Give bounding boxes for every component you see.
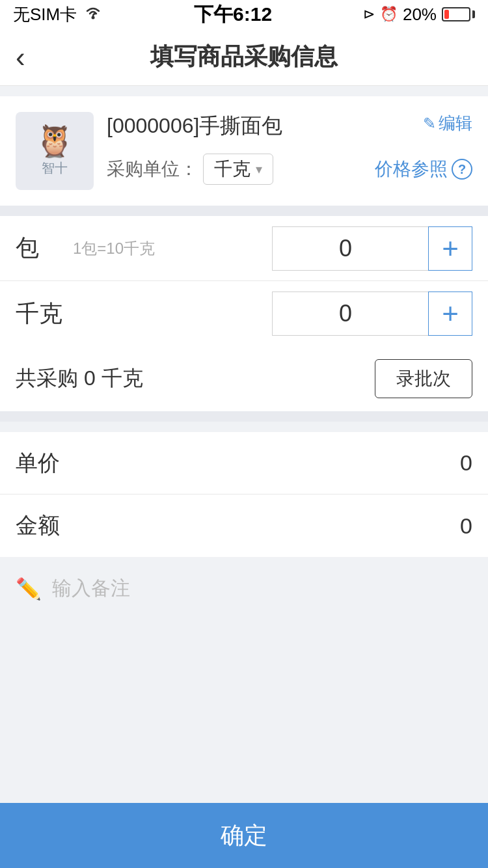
product-unit-row: 采购单位： 千克 ▾ 价格参照 ? — [107, 154, 472, 185]
bottom-spacer — [0, 620, 488, 815]
help-icon: ? — [452, 159, 472, 180]
price-section: 单价 0 金额 0 — [0, 432, 488, 557]
bao-quantity-input[interactable] — [272, 226, 428, 271]
total-row: 共采购 0 千克 录批次 — [0, 346, 488, 411]
edit-button[interactable]: ✎ 编辑 — [423, 112, 472, 135]
status-bar: 无SIM卡 下午6:12 ⊳ ⏰ 20% — [0, 0, 488, 29]
kg-controls: + — [272, 292, 472, 336]
carrier-label: 无SIM卡 — [13, 3, 77, 26]
unit-price-row: 单价 0 — [0, 432, 488, 495]
product-header: [0000006]手撕面包 ✎ 编辑 — [107, 112, 472, 141]
battery-percent: 20% — [403, 5, 437, 25]
product-logo: 🦉 智十 — [29, 131, 81, 170]
product-card: 🦉 智十 [0000006]手撕面包 ✎ 编辑 采购单位： 千克 ▾ 价格参照 … — [0, 96, 488, 206]
kg-quantity-input[interactable] — [272, 292, 428, 336]
alarm-icon: ⏰ — [380, 6, 398, 23]
svg-point-0 — [92, 16, 95, 19]
unit-label: 采购单位： — [107, 157, 198, 182]
kg-input-row: 千克 + — [0, 281, 488, 346]
unit-group: 采购单位： 千克 ▾ — [107, 154, 273, 185]
wifi-icon — [83, 5, 103, 25]
product-image: 🦉 智十 — [16, 112, 94, 190]
pencil-icon: ✏️ — [16, 576, 42, 601]
bao-controls: + — [272, 226, 472, 271]
edit-icon: ✎ — [423, 115, 436, 133]
note-section[interactable]: ✏️ 输入备注 — [0, 557, 488, 620]
location-icon: ⊳ — [363, 6, 375, 23]
price-ref-label: 价格参照 — [375, 157, 448, 182]
unit-price-value: 0 — [460, 450, 472, 476]
price-ref-button[interactable]: 价格参照 ? — [375, 157, 472, 182]
bao-label: 包 — [16, 232, 68, 264]
bao-input-row: 包 1包=10千克 + — [0, 216, 488, 281]
dropdown-arrow-icon: ▾ — [256, 161, 262, 177]
product-info: [0000006]手撕面包 ✎ 编辑 采购单位： 千克 ▾ 价格参照 ? — [107, 112, 472, 185]
amount-row: 金额 0 — [0, 495, 488, 557]
unit-price-label: 单价 — [16, 448, 60, 478]
unit-selector[interactable]: 千克 ▾ — [203, 154, 273, 185]
total-label: 共采购 0 千克 — [16, 364, 143, 393]
batch-button[interactable]: 录批次 — [375, 359, 472, 398]
kg-label: 千克 — [16, 298, 68, 330]
status-time: 下午6:12 — [194, 1, 272, 28]
amount-value: 0 — [460, 513, 472, 539]
status-right: ⊳ ⏰ 20% — [363, 5, 475, 25]
back-button[interactable]: ‹ — [16, 43, 25, 72]
note-placeholder: 输入备注 — [52, 575, 130, 602]
status-left: 无SIM卡 — [13, 3, 103, 26]
logo-text: 智十 — [42, 159, 68, 177]
unit-value: 千克 — [214, 157, 251, 182]
kg-increment-button[interactable]: + — [428, 292, 472, 336]
bao-sublabel: 1包=10千克 — [73, 238, 272, 259]
edit-label: 编辑 — [439, 112, 472, 135]
confirm-button[interactable]: 确定 — [0, 803, 488, 868]
section-divider-2 — [0, 411, 488, 422]
nav-bar: ‹ 填写商品采购信息 — [0, 29, 488, 86]
section-divider-1 — [0, 206, 488, 216]
battery-icon — [442, 7, 475, 21]
page-title: 填写商品采购信息 — [150, 41, 338, 73]
bao-increment-button[interactable]: + — [428, 226, 472, 271]
amount-label: 金额 — [16, 511, 60, 541]
owl-icon: 🦉 — [35, 126, 74, 157]
input-section: 包 1包=10千克 + 千克 + — [0, 216, 488, 346]
product-name: [0000006]手撕面包 — [107, 112, 413, 141]
